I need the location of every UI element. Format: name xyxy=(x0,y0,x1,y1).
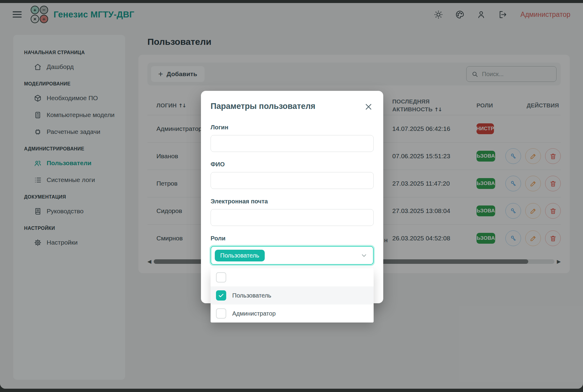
roles-label: Роли xyxy=(211,235,374,242)
role-option-user[interactable]: Пользователь xyxy=(211,286,374,304)
roles-field-group: Роли Пользователь xyxy=(209,235,375,265)
fio-field[interactable] xyxy=(211,172,374,189)
close-button[interactable] xyxy=(364,102,373,111)
login-label: Логин xyxy=(211,124,374,131)
role-chip[interactable]: Пользователь xyxy=(215,250,265,261)
check-icon xyxy=(218,292,224,299)
checkbox-unchecked[interactable] xyxy=(216,272,226,282)
role-option-empty[interactable] xyxy=(211,268,374,286)
roles-select-wrap: Пользователь xyxy=(211,246,374,265)
screen: + − × ÷ Генезис МГТУ-ДВГ xyxy=(0,0,583,392)
close-icon xyxy=(364,102,373,111)
role-option-label: Администратор xyxy=(232,310,276,317)
email-field[interactable] xyxy=(211,209,374,226)
roles-dropdown: Пользователь Администратор xyxy=(211,268,374,323)
modal-title: Параметры пользователя xyxy=(211,102,315,111)
role-option-label: Пользователь xyxy=(232,292,271,299)
chevron-down-icon xyxy=(360,252,368,259)
modal-header: Параметры пользователя xyxy=(209,102,375,111)
email-label: Электронная почта xyxy=(211,198,374,205)
checkbox-checked[interactable] xyxy=(216,290,226,301)
checkbox-unchecked[interactable] xyxy=(216,308,226,319)
fio-label: ФИО xyxy=(211,161,374,168)
role-option-admin[interactable]: Администратор xyxy=(211,304,374,323)
roles-multiselect[interactable]: Пользователь xyxy=(211,246,374,265)
login-field[interactable] xyxy=(211,135,374,152)
fio-field-group: ФИО xyxy=(209,161,375,189)
login-field-group: Логин xyxy=(209,124,375,152)
user-params-modal: Параметры пользователя Логин ФИО Электро… xyxy=(201,91,383,303)
email-field-group: Электронная почта xyxy=(209,198,375,226)
